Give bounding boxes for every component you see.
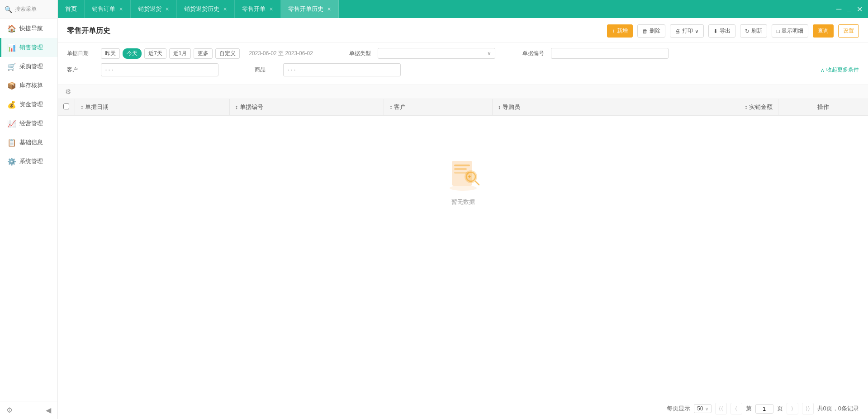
minimize-button[interactable]: ─ — [836, 5, 841, 13]
date-btn-yesterday[interactable]: 昨天 — [101, 48, 120, 59]
export-icon: ⬇ — [713, 28, 718, 34]
sidebar-item-label: 采购管理 — [19, 62, 43, 71]
tab-home[interactable]: 首页 — [58, 0, 85, 18]
sidebar-item-finance[interactable]: 💰 资金管理 — [0, 95, 57, 114]
th-amount[interactable]: ↕ 实销金额 — [624, 99, 778, 116]
th-no[interactable]: ↕ 单据编号 — [229, 99, 384, 116]
tab-label: 销货退货历史 — [184, 5, 219, 13]
display-detail-button[interactable]: □ 显示明细 — [772, 24, 808, 38]
last-page-button[interactable]: ⟩⟩ — [802, 403, 814, 414]
tab-sales-order[interactable]: 销售订单✕ — [85, 0, 131, 18]
display-label: 显示明细 — [782, 27, 803, 35]
sidebar-item-label: 快捷导航 — [19, 24, 43, 33]
tab-close-sales-order[interactable]: ✕ — [119, 6, 123, 12]
sidebar-item-sales-mgmt[interactable]: 📊 销售管理 — [0, 38, 57, 57]
tab-retail-open-history[interactable]: 零售开单历史✕ — [281, 0, 339, 18]
refresh-icon: ↻ — [745, 28, 749, 34]
sidebar-item-quick-nav[interactable]: 🏠 快捷导航 — [0, 19, 57, 38]
empty-text: 暂无数据 — [451, 198, 475, 206]
sidebar-item-purchase-mgmt[interactable]: 🛒 采购管理 — [0, 57, 57, 76]
refresh-button[interactable]: ↻ 刷新 — [740, 24, 767, 38]
tab-sales-return[interactable]: 销货退货✕ — [131, 0, 177, 18]
print-arrow-icon: ∨ — [695, 28, 699, 34]
prev-page-button[interactable]: ⟨ — [730, 403, 742, 414]
refresh-label: 刷新 — [751, 27, 762, 35]
date-btn-today[interactable]: 今天 — [123, 48, 142, 59]
sidebar-item-label: 系统管理 — [19, 157, 43, 165]
basic-info-icon: 📋 — [8, 138, 16, 146]
date-btn-more[interactable]: 更多 — [194, 48, 213, 59]
table-wrapper: ⚙ ↕ 单据日期 ↕ 单据编号 ↕ — [58, 85, 868, 398]
sidebar-item-operations[interactable]: 📈 经营管理 — [0, 114, 57, 133]
print-label: 打印 — [682, 27, 693, 35]
table-toolbar: ⚙ — [58, 85, 868, 99]
sidebar-item-inventory[interactable]: 📦 库存核算 — [0, 76, 57, 95]
date-filter-buttons: 昨天今天近7天近1月更多自定义 — [101, 48, 240, 59]
export-label: 导出 — [720, 27, 730, 35]
pagination: 每页显示 50 ∨ ⟨⟨ ⟨ 第 页 ⟩ ⟩⟩ 共0页，0条记录 — [58, 398, 868, 419]
sidebar-item-sys-mgmt[interactable]: ⚙️ 系统管理 — [0, 152, 57, 171]
tab-close-retail-open-history[interactable]: ✕ — [327, 6, 331, 12]
tab-label: 销货退货 — [138, 5, 161, 13]
svg-point-0 — [450, 185, 477, 191]
next-page-button[interactable]: ⟩ — [787, 403, 798, 414]
main-area: 首页销售订单✕销货退货✕销货退货历史✕零售开单✕零售开单历史✕ ─ □ ✕ 零售… — [58, 0, 868, 419]
tab-sales-return-history[interactable]: 销货退货历史✕ — [177, 0, 235, 18]
settings-footer-icon[interactable]: ⚙ — [6, 406, 13, 414]
tab-close-sales-return-history[interactable]: ✕ — [223, 6, 227, 12]
tab-close-retail-open[interactable]: ✕ — [269, 6, 273, 12]
th-date[interactable]: ↕ 单据日期 — [75, 99, 230, 116]
collapse-label: 收起更多条件 — [826, 66, 859, 74]
customer-input-dots[interactable]: ··· — [105, 65, 114, 75]
sidebar-item-basic-info[interactable]: 📋 基础信息 — [0, 133, 57, 152]
customer-filter-label: 客户 — [67, 66, 92, 74]
total-label: 共0页，0条记录 — [817, 405, 859, 413]
delete-button[interactable]: 🗑 删除 — [637, 24, 665, 38]
date-filter-label: 单据日期 — [67, 50, 92, 57]
page-size-select[interactable]: 50 ∨ — [694, 404, 711, 413]
maximize-button[interactable]: □ — [847, 5, 851, 13]
sys-mgmt-icon: ⚙️ — [8, 157, 16, 165]
th-no-label: ↕ 单据编号 — [235, 104, 263, 110]
search-icon: 🔍 — [5, 6, 12, 13]
query-button[interactable]: 查询 — [813, 24, 834, 38]
settings-button[interactable]: 设置 — [838, 24, 859, 38]
doc-type-select[interactable]: ∨ — [378, 48, 495, 59]
checkbox-icon: □ — [777, 28, 780, 34]
th-customer[interactable]: ↕ 客户 — [384, 99, 493, 116]
tab-retail-open[interactable]: 零售开单✕ — [235, 0, 281, 18]
date-btn-custom[interactable]: 自定义 — [215, 48, 240, 59]
inventory-icon: 📦 — [8, 81, 16, 89]
doc-type-label: 单据类型 — [349, 50, 374, 57]
select-all-checkbox[interactable] — [63, 104, 69, 109]
sales-mgmt-icon: 📊 — [8, 43, 16, 52]
page-number-input[interactable] — [755, 404, 773, 414]
tab-close-sales-return[interactable]: ✕ — [165, 6, 169, 12]
th-action-label: 操作 — [817, 104, 829, 110]
th-salesperson[interactable]: ↕ 导购员 — [493, 99, 624, 116]
sidebar: 🔍 搜索采单 🏠 快捷导航 📊 销售管理 🛒 采购管理 📦 库存核算 💰 资金管… — [0, 0, 58, 419]
first-page-button[interactable]: ⟨⟨ — [715, 403, 727, 414]
add-button[interactable]: + 新增 — [607, 24, 633, 38]
date-btn-last1m[interactable]: 近1月 — [169, 48, 191, 59]
table-settings-icon[interactable]: ⚙ — [65, 88, 71, 96]
th-date-label: ↕ 单据日期 — [81, 104, 109, 110]
finance-icon: 💰 — [8, 100, 16, 108]
page-size-label: 每页显示 — [667, 405, 690, 413]
doc-no-input[interactable] — [551, 48, 669, 59]
page-suffix: 页 — [777, 405, 783, 413]
print-button[interactable]: 🖨 打印 ∨ — [670, 24, 704, 38]
print-icon: 🖨 — [675, 28, 680, 34]
goods-input-dots[interactable]: ··· — [287, 65, 297, 75]
tab-label: 首页 — [65, 5, 77, 13]
data-table: ↕ 单据日期 ↕ 单据编号 ↕ 客户 ↕ 导购员 ↕ 实销金额 — [58, 99, 868, 116]
purchase-mgmt-icon: 🛒 — [8, 62, 16, 71]
date-btn-last7[interactable]: 近7天 — [144, 48, 166, 59]
export-button[interactable]: ⬇ 导出 — [708, 24, 735, 38]
sidebar-search[interactable]: 🔍 搜索采单 — [0, 0, 57, 19]
close-button[interactable]: ✕ — [857, 5, 863, 14]
collapse-sidebar-icon[interactable]: ◀ — [46, 406, 51, 414]
svg-line-7 — [475, 181, 479, 185]
sidebar-item-label: 库存核算 — [19, 81, 43, 89]
collapse-filter-button[interactable]: ∧ 收起更多条件 — [821, 64, 859, 75]
